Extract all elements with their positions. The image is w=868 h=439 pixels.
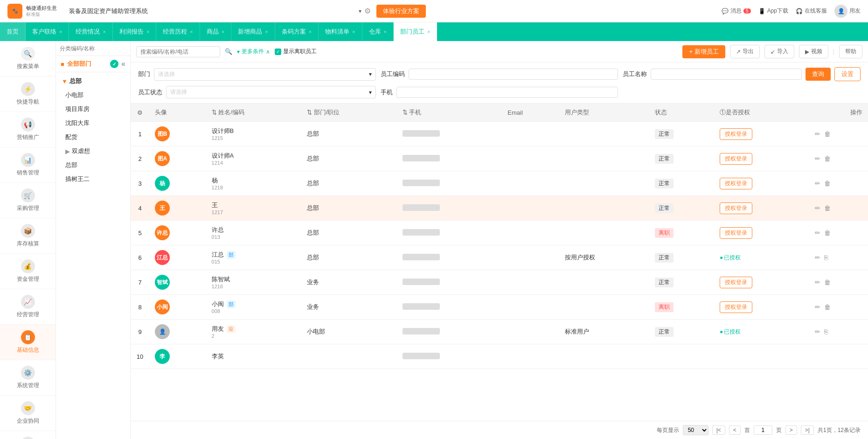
emp-name-input[interactable]: [651, 69, 802, 80]
auth-btn[interactable]: 授权登录: [720, 202, 752, 214]
sidebar-item-finance[interactable]: 💰 资金管理: [0, 254, 56, 289]
close-icon[interactable]: ×: [190, 29, 193, 35]
tree-search-input[interactable]: [60, 45, 130, 52]
tab-operation[interactable]: 经营情况 ×: [69, 22, 112, 41]
sidebar-item-system[interactable]: ⚙️ 系统管理: [0, 360, 56, 396]
edit-icon[interactable]: ✏: [815, 130, 820, 138]
add-employee-btn[interactable]: + 新增员工: [682, 45, 725, 58]
page-number-input[interactable]: [754, 425, 772, 435]
sidebar-item-guide[interactable]: 📖 新手引导: [0, 431, 56, 439]
online-service-btn[interactable]: 🎧 在线客服: [796, 7, 827, 15]
tree-item-small-elec[interactable]: 小电部: [56, 88, 130, 102]
close-icon[interactable]: ×: [59, 29, 62, 35]
auth-btn[interactable]: 授权登录: [720, 128, 752, 140]
search-input[interactable]: [136, 46, 220, 57]
phone-input[interactable]: [396, 87, 618, 98]
tree-item-headquarter-group[interactable]: ▼ 总部: [56, 74, 130, 88]
set-btn[interactable]: 设置: [834, 67, 861, 81]
export-btn[interactable]: ↗ 导出: [730, 45, 760, 58]
delete-icon[interactable]: 🗑: [824, 279, 831, 286]
status-select[interactable]: 请选择 ▾: [166, 86, 376, 98]
edit-icon[interactable]: ✏: [815, 229, 820, 237]
tab-goods[interactable]: 商品 ×: [200, 22, 231, 41]
delete-icon[interactable]: 🗑: [824, 180, 831, 187]
tab-warehouse[interactable]: 仓库 ×: [362, 22, 394, 41]
first-page-btn[interactable]: |<: [712, 425, 725, 435]
tree-item-headquarter[interactable]: 总部: [56, 158, 130, 172]
resigned-checkbox[interactable]: ✓: [275, 49, 281, 55]
sidebar-item-sales[interactable]: 📊 销售管理: [0, 147, 56, 183]
delete-icon[interactable]: 🗑: [824, 204, 831, 212]
tab-customer[interactable]: 客户联络 ×: [26, 22, 69, 41]
delete-icon[interactable]: 🗑: [824, 303, 831, 311]
prev-page-btn[interactable]: <: [729, 425, 741, 435]
sidebar-item-basic[interactable]: 📋 基础信息: [0, 325, 56, 360]
sidebar-item-search[interactable]: 🔍 搜索菜单: [0, 41, 56, 77]
tab-new-goods[interactable]: 新增商品 ×: [231, 22, 275, 41]
video-btn[interactable]: ▶ 视频: [799, 45, 828, 58]
delete-icon[interactable]: 🗑: [824, 130, 831, 138]
tab-barcode[interactable]: 条码方案 ×: [275, 22, 319, 41]
tab-home[interactable]: 首页: [0, 22, 26, 41]
close-icon[interactable]: ×: [384, 29, 387, 35]
tree-item-shenyang[interactable]: 沈阳大库: [56, 116, 130, 130]
tab-history[interactable]: 经营历程 ×: [156, 22, 200, 41]
help-btn[interactable]: 帮助: [839, 45, 862, 58]
page-size-select[interactable]: 50 100 200: [683, 425, 708, 435]
edit-icon[interactable]: ✏: [815, 303, 820, 311]
next-page-btn[interactable]: >: [785, 425, 797, 435]
query-btn[interactable]: 查询: [806, 68, 831, 81]
close-icon[interactable]: ×: [103, 29, 105, 35]
close-icon[interactable]: ×: [427, 29, 430, 35]
edit-icon[interactable]: ✏: [815, 204, 820, 212]
edit-icon[interactable]: ✏: [815, 180, 820, 187]
col-phone[interactable]: ⇅ 手机: [397, 104, 502, 122]
sidebar-item-purchase[interactable]: 🛒 采购管理: [0, 183, 56, 218]
tree-item-distribution[interactable]: 配货: [56, 130, 130, 144]
tab-employee[interactable]: 部门员工 ×: [394, 22, 437, 41]
tab-bom[interactable]: 物料清单 ×: [319, 22, 362, 41]
edit-icon[interactable]: ✏: [815, 328, 820, 335]
experience-btn[interactable]: 体验行业方案: [376, 5, 426, 18]
close-icon[interactable]: ×: [222, 29, 224, 35]
search-btn[interactable]: 🔍: [225, 48, 232, 55]
sidebar-item-inventory[interactable]: 📦 库存核算: [0, 218, 56, 254]
last-page-btn[interactable]: >|: [801, 425, 814, 435]
auth-btn[interactable]: 授权登录: [720, 178, 752, 189]
show-resigned-toggle[interactable]: ✓ 显示离职员工: [275, 48, 317, 56]
auth-btn[interactable]: 授权登录: [720, 277, 752, 288]
close-icon[interactable]: ×: [146, 29, 149, 35]
tree-item-project[interactable]: 项目库房: [56, 102, 130, 116]
dept-select[interactable]: 请选择 ▾: [154, 68, 376, 81]
auth-btn[interactable]: 授权登录: [720, 301, 752, 313]
sidebar-item-management[interactable]: 📈 经营管理: [0, 289, 56, 325]
message-btn[interactable]: 💬 消息 5: [722, 7, 751, 15]
auth-btn[interactable]: 授权登录: [720, 153, 752, 165]
auth-btn[interactable]: 授权登录: [720, 227, 752, 239]
copy-icon[interactable]: ⎘: [824, 254, 828, 261]
delete-icon[interactable]: 🗑: [824, 155, 831, 162]
tree-item-double[interactable]: ▶ 双虐想: [56, 144, 130, 158]
col-settings[interactable]: ⚙: [131, 104, 149, 122]
tree-item-chashuwang[interactable]: 插树王二: [56, 172, 130, 186]
col-name[interactable]: ⇅ 姓名/编码: [206, 104, 302, 122]
settings-icon[interactable]: ⚙: [364, 7, 371, 15]
tab-profit[interactable]: 利润报告 ×: [113, 22, 156, 41]
tree-collapse-btn[interactable]: «: [121, 60, 125, 68]
copy-icon[interactable]: ⎘: [824, 328, 828, 335]
delete-icon[interactable]: 🗑: [824, 229, 831, 237]
close-icon[interactable]: ×: [265, 29, 268, 35]
close-icon[interactable]: ×: [309, 29, 312, 35]
more-conditions-btn[interactable]: ▾ 更多条件 ∧: [237, 48, 270, 56]
edit-icon[interactable]: ✏: [815, 279, 820, 286]
edit-icon[interactable]: ✏: [815, 155, 820, 162]
sidebar-item-shortcut[interactable]: ⚡ 快捷导航: [0, 77, 56, 112]
close-icon[interactable]: ×: [352, 29, 355, 35]
app-download-btn[interactable]: 📱 App下载: [758, 7, 788, 15]
col-dept[interactable]: ⇅ 部门/职位: [301, 104, 397, 122]
sidebar-item-marketing[interactable]: 📢 营销推广: [0, 112, 56, 147]
import-btn[interactable]: ↙ 导入: [764, 45, 794, 58]
emp-code-input[interactable]: [409, 69, 618, 80]
sidebar-item-coop[interactable]: 🤝 企业协同: [0, 396, 56, 431]
user-area[interactable]: 👤 用友: [834, 5, 861, 18]
